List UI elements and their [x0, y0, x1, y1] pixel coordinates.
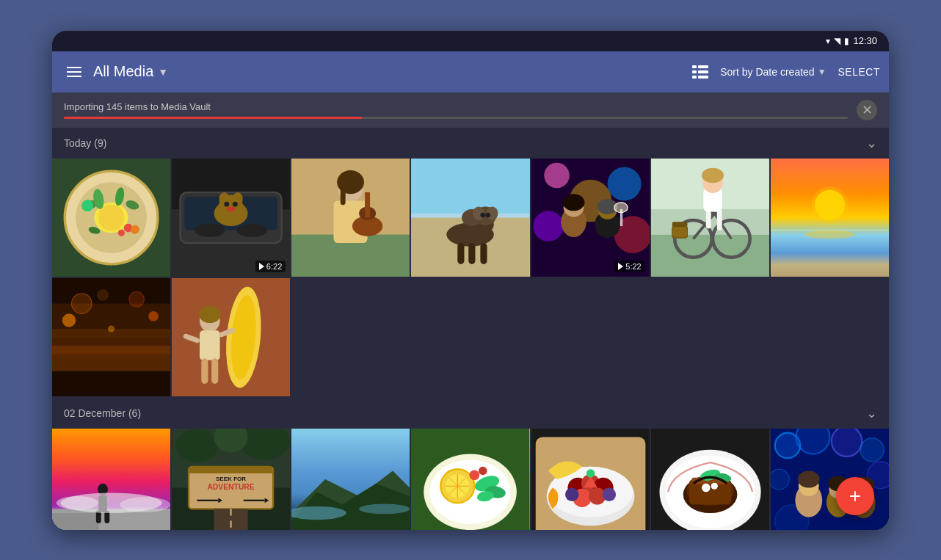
- svg-point-54: [486, 212, 491, 217]
- media-item[interactable]: [52, 429, 170, 530]
- svg-rect-0: [692, 65, 697, 68]
- section-header-december[interactable]: 02 December (6) ⌄: [52, 398, 889, 429]
- svg-rect-98: [52, 346, 170, 371]
- video-duration-1: 6:22: [266, 262, 282, 271]
- svg-point-71: [614, 202, 627, 212]
- svg-point-8: [76, 182, 147, 253]
- media-item[interactable]: SEEK FOR ADVENTURE: [172, 429, 290, 530]
- fab-plus-icon: +: [849, 486, 861, 506]
- video-badge-2: 5:22: [614, 261, 644, 272]
- svg-point-62: [533, 211, 563, 241]
- device-frame: ▾ ◥ ▮ 12:30 All Media ▼: [52, 31, 889, 530]
- media-item[interactable]: [531, 429, 650, 530]
- app-container: All Media ▼ Sort by Date created: [52, 51, 889, 530]
- section-chevron-december: ⌄: [866, 405, 877, 421]
- content-area[interactable]: Today (9) ⌄: [52, 128, 889, 530]
- svg-point-172: [586, 469, 595, 478]
- dark-photo: [52, 278, 170, 396]
- svg-rect-5: [698, 76, 708, 79]
- svg-rect-132: [189, 467, 273, 473]
- media-item[interactable]: [771, 429, 889, 530]
- section-label-december: 02 December (6): [64, 407, 141, 419]
- today-media-grid: 6:22: [52, 159, 889, 398]
- adventure-photo: SEEK FOR ADVENTURE: [172, 429, 290, 530]
- sort-button[interactable]: Sort by Date created ▼: [720, 66, 826, 78]
- svg-rect-55: [458, 243, 465, 264]
- signal-icon: ◥: [834, 36, 840, 46]
- menu-line-1: [67, 67, 81, 68]
- svg-point-24: [237, 223, 267, 236]
- svg-point-10: [103, 209, 120, 226]
- svg-rect-42: [341, 183, 346, 205]
- svg-rect-88: [672, 226, 687, 238]
- guitar-photo: [291, 159, 410, 277]
- video-badge-1: 6:22: [255, 261, 286, 272]
- sunset-photo: [771, 159, 889, 277]
- svg-point-186: [796, 429, 829, 454]
- media-item[interactable]: 5:22: [531, 159, 650, 277]
- video-duration-2: 5:22: [625, 262, 641, 271]
- menu-line-3: [67, 76, 81, 77]
- media-item[interactable]: [411, 429, 529, 530]
- select-button[interactable]: SELECT: [838, 66, 880, 78]
- svg-rect-4: [692, 76, 697, 79]
- battery-icon: ▮: [844, 36, 849, 46]
- media-item[interactable]: [52, 159, 170, 277]
- svg-rect-89: [672, 222, 687, 227]
- svg-point-59: [544, 162, 570, 188]
- media-item[interactable]: [411, 159, 529, 277]
- svg-rect-40: [365, 192, 370, 218]
- progress-content: Importing 145 items to Media Vault: [64, 101, 848, 119]
- title-dropdown-arrow[interactable]: ▼: [158, 66, 168, 78]
- svg-text:ADVENTURE: ADVENTURE: [208, 483, 255, 491]
- svg-point-9: [95, 202, 128, 232]
- media-item[interactable]: [291, 429, 410, 530]
- media-item[interactable]: [771, 159, 889, 277]
- media-item[interactable]: [291, 159, 410, 277]
- media-item[interactable]: [52, 278, 170, 396]
- menu-button[interactable]: [61, 61, 87, 83]
- svg-point-18: [114, 186, 126, 206]
- toolbar-right: Sort by Date created ▼ SELECT: [692, 65, 880, 79]
- play-icon-2: [618, 263, 623, 270]
- svg-rect-2: [692, 70, 697, 73]
- svg-point-7: [65, 171, 158, 264]
- progress-bar-fill: [64, 117, 362, 119]
- svg-rect-1: [698, 65, 708, 68]
- svg-point-99: [62, 313, 76, 327]
- dog-car-photo: [172, 159, 290, 277]
- bokeh-photo: [771, 429, 889, 530]
- section-chevron-today: ⌄: [866, 135, 877, 151]
- svg-point-128: [176, 429, 219, 462]
- svg-point-194: [798, 470, 820, 487]
- svg-point-60: [607, 167, 641, 200]
- svg-point-15: [124, 223, 133, 232]
- svg-point-11: [106, 210, 117, 220]
- section-header-today[interactable]: Today (9) ⌄: [52, 128, 889, 159]
- media-item[interactable]: [651, 429, 769, 530]
- list-view-icon: [692, 65, 708, 79]
- svg-point-31: [227, 206, 236, 211]
- toolbar: All Media ▼ Sort by Date created: [52, 51, 889, 92]
- svg-point-12: [82, 198, 98, 211]
- list-view-button[interactable]: [692, 65, 708, 79]
- svg-point-16: [118, 229, 125, 236]
- svg-rect-110: [201, 358, 208, 384]
- close-progress-button[interactable]: ✕: [857, 100, 877, 120]
- dog-beach-photo: [411, 159, 529, 277]
- svg-point-112: [199, 306, 221, 323]
- svg-point-30: [233, 201, 238, 206]
- media-item[interactable]: [172, 278, 290, 396]
- svg-point-14: [88, 225, 101, 235]
- cliff-photo: [291, 429, 410, 530]
- svg-rect-3: [698, 70, 708, 73]
- media-item[interactable]: 6:22: [172, 159, 290, 277]
- svg-rect-117: [52, 513, 98, 530]
- fab-add-button[interactable]: +: [836, 477, 874, 515]
- svg-point-187: [832, 429, 862, 457]
- svg-point-100: [148, 311, 159, 321]
- media-item[interactable]: [651, 159, 769, 277]
- december-media-grid: SEEK FOR ADVENTURE: [52, 429, 889, 530]
- svg-rect-43: [411, 159, 529, 218]
- status-bar: ▾ ◥ ▮ 12:30: [52, 31, 889, 51]
